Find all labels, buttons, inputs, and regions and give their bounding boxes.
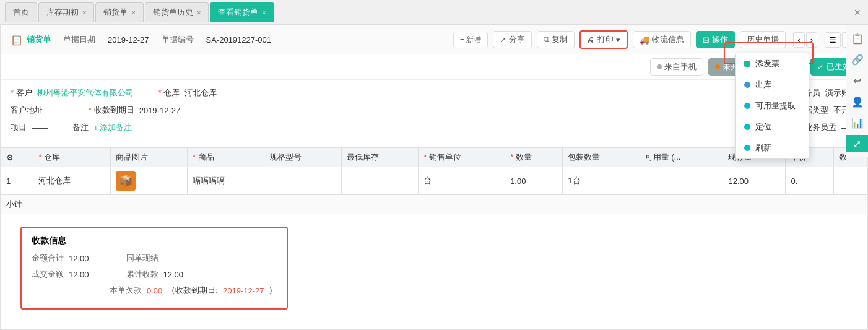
col-quantity: * 数量 [505,148,563,167]
prev-button[interactable]: ‹ [793,32,804,48]
cell-product-img: 📦 [110,167,187,195]
due-label: 本单欠款 [110,285,142,296]
date-value: 2019-12-27 [108,35,149,45]
tab-inventory-init-close[interactable]: × [82,9,86,16]
locate-dot [744,124,750,130]
due-field: 本单欠款 0.00 （收款到期日: 2019-12-27 ） [32,285,277,296]
outbound-dot [744,82,750,88]
number-value: SA-20191227-001 [206,35,272,45]
tab-view-sales[interactable]: 查看销货单 × [210,2,274,22]
from-phone-button[interactable]: 来自手机 [650,58,703,76]
history-button[interactable]: 历史单据 [740,31,786,48]
payment-row-3: 本单欠款 0.00 （收款到期日: 2019-12-27 ） [32,285,277,296]
doc-title: 📋 销货单 [11,34,51,46]
tab-inventory-init[interactable]: 库存期初 × [38,2,94,22]
cell-quantity: 1.00 [505,167,563,195]
col-warehouse: * 仓库 [33,148,110,167]
settings-icon: ⚙ [6,153,14,162]
tab-sales-order[interactable]: 销货单 × [95,2,143,22]
same-order-label: 同单现结 [126,253,158,264]
copy-button[interactable]: ⧉ 复制 [537,31,575,48]
sidebar-icon-chart[interactable]: 📊 [849,114,866,131]
payment-row-1: 金额合计 12.00 同单现结 —— [32,253,277,264]
doc-icon: 📋 [11,34,23,46]
tab-sales-history-close[interactable]: × [197,9,201,16]
logistics-button[interactable]: 🚚 物流信息 [633,31,691,48]
deal-amount-value: 12.00 [69,270,89,279]
new-button[interactable]: + 新增 [453,32,488,48]
payment-container: 收款信息 金额合计 12.00 同单现结 —— 成交金额 12.00 [11,220,298,316]
invoice-status-dot [715,64,720,69]
doc-actions: + 新增 ↗ 分享 ⧉ 复制 🖨 打印 ▾ 🚚 物流信息 [453,30,857,49]
share-icon: ↗ [500,35,506,45]
ops-dropdown-menu: 添发票 出库 可用量提取 定位 刷新 [735,53,809,159]
cumulative-label: 累计收款 [126,269,158,280]
available-extract-dot [744,103,750,109]
copy-icon: ⧉ [544,35,549,45]
product-image: 📦 [116,171,136,191]
tab-bar: 首页 库存期初 × 销货单 × 销货单历史 × 查看销货单 × × [0,0,868,25]
tab-view-sales-close[interactable]: × [262,9,266,16]
tab-sales-history[interactable]: 销货单历史 × [145,2,209,22]
note-label: 备注 [72,122,89,133]
dropdown-refresh[interactable]: 刷新 [736,137,809,158]
cell-amount [833,167,867,195]
dropdown-available-extract[interactable]: 可用量提取 [736,95,809,116]
next-button[interactable]: › [806,32,817,48]
phone-status-dot [657,64,662,69]
cell-available [640,167,723,195]
table-body: 1 河北仓库 📦 嗝嗝嗝嗝 台 1.00 1台 [1,167,867,214]
right-sidebar: 📋 🔗 ↩ 👤 📊 ⤢ [846,25,868,157]
sidebar-icon-link[interactable]: 🔗 [849,51,866,68]
cell-product: 嗝嗝嗝嗝 [188,167,264,195]
address-value: —— [48,106,64,115]
sidebar-icon-doc[interactable]: 📋 [849,30,866,47]
subtotal-cell: 小计 [1,195,867,214]
cell-current-stock: 12.00 [723,167,786,195]
payment-section: 收款信息 金额合计 12.00 同单现结 —— 成交金额 12.00 [20,227,288,310]
col-min-stock: 最低库存 [341,148,418,167]
print-button[interactable]: 🖨 打印 ▾ [579,30,628,49]
add-invoice-dot [744,61,750,67]
table-row: 1 河北仓库 📦 嗝嗝嗝嗝 台 1.00 1台 [1,167,867,195]
sidebar-icon-user[interactable]: 👤 [849,93,866,110]
same-order-field: 同单现结 —— [126,253,180,264]
customer-value[interactable]: 柳州粤港平安气体有限公司 [37,87,134,98]
due-value: 0.00 [147,286,162,295]
deal-amount-field: 成交金额 12.00 [32,269,89,280]
sidebar-icon-refresh[interactable]: ↩ [849,72,866,89]
cell-spec [264,167,341,195]
payment-title: 收款信息 [32,235,277,246]
nav-arrows: ‹ › [793,32,817,48]
warehouse-value: 河北仓库 [184,87,217,98]
add-note-button[interactable]: 添加备注 [93,122,132,133]
number-label: 单据编号 [162,34,194,45]
form-row-3: 项目 —— 备注 添加备注 业务员孟 —— [11,122,857,133]
project-label: 项目 [11,122,27,133]
share-button[interactable]: ↗ 分享 [493,31,532,48]
date-label: 单据日期 [63,34,95,45]
cumulative-field: 累计收款 12.00 [126,269,184,280]
dropdown-add-invoice[interactable]: 添发票 [736,53,809,74]
cell-unit: 台 [419,167,505,195]
payment-date-field: 收款到期日 2019-12-27 [89,105,180,116]
cell-warehouse: 河北仓库 [33,167,110,195]
project-field: 项目 —— [11,122,48,133]
print-dropdown-icon: ▾ [616,35,620,45]
sidebar-icon-expand[interactable]: ⤢ [846,135,869,152]
list-view-button[interactable]: ☰ [825,32,841,48]
dropdown-outbound[interactable]: 出库 [736,74,809,95]
window-close-button[interactable]: × [854,6,861,19]
col-settings: ⚙ [1,148,33,167]
ops-button[interactable]: ⊞ 操作 [696,31,735,48]
payment-row-2: 成交金额 12.00 累计收款 12.00 [32,269,277,280]
cell-package-qty: 1台 [563,167,640,195]
grid-icon: ⊞ [703,35,710,45]
refresh-dot [744,145,750,151]
col-available: 可用量 (... [640,148,723,167]
warehouse-field: 仓库 河北仓库 [158,87,217,98]
address-label: 客户地址 [11,105,43,116]
tab-home[interactable]: 首页 [5,2,37,22]
tab-sales-order-close[interactable]: × [131,9,135,16]
dropdown-locate[interactable]: 定位 [736,116,809,137]
